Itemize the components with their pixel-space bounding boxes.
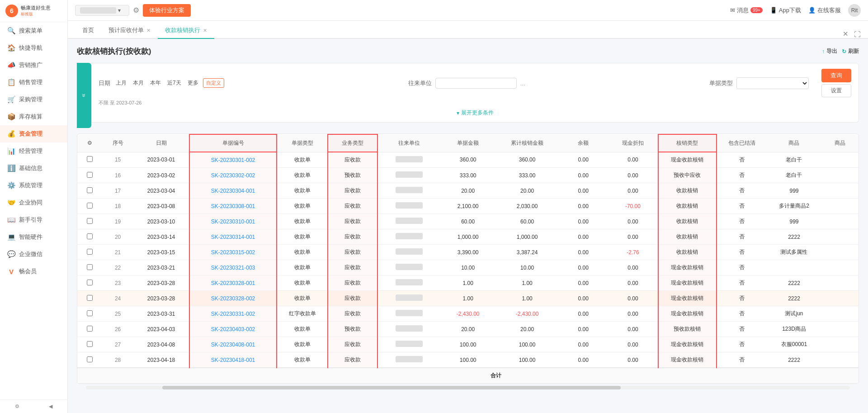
cell-checkbox[interactable]	[77, 152, 102, 168]
sidebar-item-hardware[interactable]: 💻 智能硬件	[0, 228, 67, 246]
sidebar-item-enterprise[interactable]: 🤝 企业协同	[0, 194, 67, 211]
voucher-no-link[interactable]: SK-20230408-001	[211, 342, 255, 348]
user-avatar[interactable]: Rit	[848, 4, 861, 17]
sidebar-item-member[interactable]: V 畅会员	[0, 263, 67, 280]
sidebar-item-sales[interactable]: 📋 销售管理	[0, 74, 67, 91]
row-checkbox[interactable]	[87, 218, 93, 224]
cell-checkbox[interactable]	[77, 214, 102, 229]
tab-fullscreen-icon[interactable]: ⛶	[854, 30, 861, 38]
cell-voucher-no[interactable]: SK-20230408-001	[189, 337, 277, 352]
cell-checkbox[interactable]	[77, 306, 102, 322]
export-btn[interactable]: ↑ 导出	[822, 47, 837, 55]
voucher-no-link[interactable]: SK-20230308-001	[211, 203, 255, 209]
cell-voucher-no[interactable]: SK-20230328-001	[189, 275, 277, 291]
cell-checkbox[interactable]	[77, 322, 102, 337]
cell-checkbox[interactable]	[77, 245, 102, 260]
date-more[interactable]: 更多	[186, 78, 200, 88]
row-checkbox[interactable]	[87, 326, 93, 332]
expand-filter-btn[interactable]: ▾ 展开更多条件	[457, 109, 494, 117]
sidebar-item-system[interactable]: ⚙️ 系统管理	[0, 177, 67, 194]
sidebar-settings-btn[interactable]: ⚙	[15, 404, 19, 409]
cell-voucher-no[interactable]: SK-20230310-001	[189, 214, 277, 229]
row-checkbox[interactable]	[87, 356, 93, 362]
cell-checkbox[interactable]	[77, 291, 102, 306]
cell-checkbox[interactable]	[77, 168, 102, 183]
counterparty-input[interactable]	[435, 78, 517, 89]
settings-gear-icon[interactable]: ⚙	[133, 6, 139, 14]
row-checkbox[interactable]	[87, 172, 93, 178]
row-checkbox[interactable]	[87, 295, 93, 301]
tab-pre-receivable-close[interactable]: ✕	[146, 28, 151, 33]
filter-toggle-btn[interactable]: »	[77, 63, 91, 128]
query-button[interactable]: 查询	[821, 69, 851, 82]
voucher-no-link[interactable]: SK-20230301-002	[211, 157, 255, 163]
scroll-thumb[interactable]	[162, 386, 621, 389]
cell-checkbox[interactable]	[77, 199, 102, 214]
row-checkbox[interactable]	[87, 233, 93, 239]
voucher-no-link[interactable]: SK-20230321-003	[211, 265, 255, 271]
cell-voucher-no[interactable]: SK-20230321-003	[189, 260, 277, 275]
cell-voucher-no[interactable]: SK-20230403-002	[189, 322, 277, 337]
cell-voucher-no[interactable]: SK-20230331-002	[189, 306, 277, 322]
cell-checkbox[interactable]	[77, 352, 102, 368]
voucher-no-link[interactable]: SK-20230328-002	[211, 295, 255, 302]
horizontal-scrollbar[interactable]	[86, 386, 850, 389]
sidebar-item-marketing[interactable]: 📣 营销推广	[0, 57, 67, 74]
voucher-no-link[interactable]: SK-20230310-001	[211, 218, 255, 225]
cell-checkbox[interactable]	[77, 229, 102, 245]
cell-voucher-no[interactable]: SK-20230418-001	[189, 352, 277, 368]
date-this-month[interactable]: 本月	[131, 78, 146, 88]
cell-voucher-no[interactable]: SK-20230304-001	[189, 183, 277, 199]
sidebar-item-search[interactable]: 🔍 搜索菜单	[0, 22, 67, 39]
row-checkbox[interactable]	[87, 156, 93, 162]
tab-home[interactable]: 首页	[75, 23, 101, 39]
voucher-no-link[interactable]: SK-20230315-002	[211, 249, 255, 256]
row-checkbox[interactable]	[87, 341, 93, 347]
tab-receivable-exec-close[interactable]: ✕	[203, 28, 207, 33]
solution-button[interactable]: 体验行业方案	[143, 4, 191, 17]
sidebar-item-operation[interactable]: 📊 经营管理	[0, 142, 67, 160]
sidebar-collapse-btn[interactable]: ◀	[49, 404, 52, 409]
row-checkbox[interactable]	[87, 264, 93, 270]
cell-voucher-no[interactable]: SK-20230308-001	[189, 199, 277, 214]
sidebar-item-basic[interactable]: ℹ️ 基础信息	[0, 160, 67, 177]
cell-checkbox[interactable]	[77, 183, 102, 199]
cell-checkbox[interactable]	[77, 275, 102, 291]
row-checkbox[interactable]	[87, 310, 93, 316]
cell-checkbox[interactable]	[77, 260, 102, 275]
refresh-btn[interactable]: ↻ 刷新	[842, 47, 859, 55]
app-download-btn[interactable]: 📱 App下载	[770, 6, 801, 14]
voucher-type-select[interactable]	[736, 77, 809, 89]
col-settings[interactable]: ⚙	[77, 134, 102, 152]
messages-btn[interactable]: ✉ 消息 99+	[730, 6, 763, 14]
sidebar-item-guide[interactable]: 📖 新手引导	[0, 211, 67, 228]
voucher-no-link[interactable]: SK-20230418-001	[211, 357, 255, 363]
cell-voucher-no[interactable]: SK-20230301-002	[189, 152, 277, 168]
date-custom[interactable]: 自定义	[203, 78, 224, 88]
voucher-no-link[interactable]: SK-20230304-001	[211, 188, 255, 194]
cell-voucher-no[interactable]: SK-20230315-002	[189, 245, 277, 260]
sidebar-item-quick-nav[interactable]: 🏠 快捷导航	[0, 39, 67, 57]
voucher-no-link[interactable]: SK-20230302-002	[211, 172, 255, 179]
row-checkbox[interactable]	[87, 280, 93, 285]
cell-voucher-no[interactable]: SK-20230314-001	[189, 229, 277, 245]
row-checkbox[interactable]	[87, 203, 93, 209]
cell-voucher-no[interactable]: SK-20230328-002	[189, 291, 277, 306]
tab-close-all-icon[interactable]: ✕	[843, 30, 849, 38]
sidebar-item-purchase[interactable]: 🛒 采购管理	[0, 91, 67, 108]
cell-checkbox[interactable]	[77, 337, 102, 352]
date-last-month[interactable]: 上月	[114, 78, 128, 88]
row-checkbox[interactable]	[87, 187, 93, 193]
voucher-no-link[interactable]: SK-20230328-001	[211, 280, 255, 286]
voucher-no-link[interactable]: SK-20230403-002	[211, 326, 255, 332]
date-7days[interactable]: 近7天	[165, 78, 183, 88]
sidebar-item-wechat[interactable]: 💬 企业微信	[0, 246, 67, 263]
cell-voucher-no[interactable]: SK-20230302-002	[189, 168, 277, 183]
online-service-btn[interactable]: 👤 在线客服	[808, 6, 841, 14]
tab-pre-receivable[interactable]: 预计应收付单 ✕	[101, 23, 158, 39]
date-this-year[interactable]: 本年	[148, 78, 163, 88]
tab-receivable-exec[interactable]: 收款核销执行 ✕	[158, 23, 214, 39]
settings-button[interactable]: 设置	[821, 84, 851, 97]
sidebar-item-inventory[interactable]: 📦 库存核算	[0, 108, 67, 125]
voucher-no-link[interactable]: SK-20230314-001	[211, 234, 255, 240]
